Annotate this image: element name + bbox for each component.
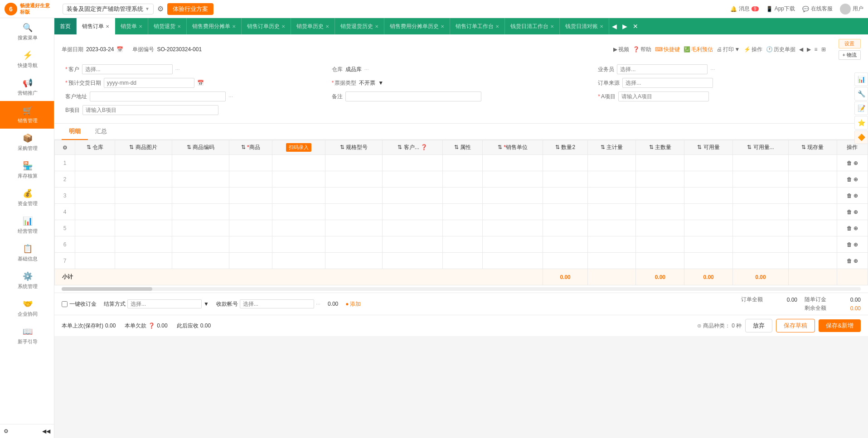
salesperson-input[interactable]: [617, 64, 708, 74]
col-main-unit[interactable]: ⇅ 主计量: [587, 140, 636, 155]
order-num-value[interactable]: SO-20230324-001: [157, 46, 202, 53]
discard-button[interactable]: 放弃: [745, 319, 772, 332]
col-product-code[interactable]: ⇅ 商品编码: [172, 140, 229, 155]
date-picker-icon[interactable]: 📅: [116, 46, 123, 53]
tab-cash-workspace[interactable]: 钱货日清工作台 ✕: [505, 18, 560, 34]
row-3-delete[interactable]: 🗑: [847, 193, 852, 199]
sidebar-collapse-icon[interactable]: ◀◀: [42, 428, 50, 434]
row-7-delete[interactable]: 🗑: [847, 258, 852, 264]
user-item[interactable]: 用户: [840, 4, 863, 14]
tab-refund-history-close[interactable]: ✕: [375, 24, 378, 29]
tab-close-all-btn[interactable]: ✕: [630, 23, 641, 30]
row-4-copy[interactable]: ⊕: [853, 209, 858, 215]
sidebar-item-basic[interactable]: 📋 基础信息: [0, 239, 54, 267]
side-panel-btn-4[interactable]: ⭐: [854, 116, 868, 130]
tab-refund-history[interactable]: 销货退货历史 ✕: [335, 18, 384, 34]
side-panel-btn-2[interactable]: 🔧: [854, 87, 868, 101]
system-title[interactable]: 装备及固定资产辅助管理系统 ▼: [63, 4, 154, 14]
warehouse-more-icon[interactable]: ···: [364, 66, 369, 72]
tab-prev-btn[interactable]: ◀: [609, 23, 620, 30]
save-new-button[interactable]: 保存&新增: [819, 319, 861, 332]
tab-summary[interactable]: 汇总: [88, 124, 114, 140]
receipt-account-input[interactable]: [240, 299, 314, 308]
tab-order-workspace-close[interactable]: ✕: [495, 24, 499, 29]
tab-expense-history[interactable]: 销售费用分摊单历史 ✕: [384, 18, 450, 34]
one-click-checkout-checkbox[interactable]: [62, 301, 68, 307]
view-mode-btn[interactable]: ≡: [815, 46, 818, 53]
tab-sales-order-close[interactable]: ✕: [106, 24, 109, 29]
row-1-delete[interactable]: 🗑: [847, 160, 852, 166]
col-settings[interactable]: ⚙: [55, 140, 75, 155]
sidebar-item-finance[interactable]: 💰 资金管理: [0, 184, 54, 212]
col-spec[interactable]: ⇅ 规格型号: [325, 140, 383, 155]
tab-detail[interactable]: 明细: [62, 124, 88, 140]
prev-record-btn[interactable]: ◀: [799, 46, 803, 53]
tab-cash-reconcile[interactable]: 钱货日清对账 ✕: [560, 18, 609, 34]
save-draft-button[interactable]: 保存草稿: [776, 319, 815, 332]
next-record-btn[interactable]: ▶: [807, 46, 811, 53]
add-btn[interactable]: ● 添加: [345, 300, 360, 308]
tab-return-history[interactable]: 销货单历史 ✕: [291, 18, 335, 34]
row-6-delete[interactable]: 🗑: [847, 241, 852, 248]
receipt-account-more[interactable]: ···: [316, 301, 320, 307]
scan-input-btn[interactable]: 扫码录入: [286, 143, 311, 152]
row-6-copy[interactable]: ⊕: [853, 241, 858, 248]
sidebar-item-enterprise[interactable]: 🤝 企业协同: [0, 294, 54, 322]
tab-order-workspace[interactable]: 销售订单工作台 ✕: [450, 18, 505, 34]
one-click-checkout-label[interactable]: 一键收订金: [62, 300, 97, 308]
customer-input[interactable]: [82, 64, 173, 74]
shortcut-btn[interactable]: ⌨ 快捷键: [655, 46, 680, 53]
sidebar-settings-icon[interactable]: ⚙: [4, 428, 9, 434]
tab-next-btn[interactable]: ▶: [620, 23, 630, 30]
tab-sales-return-close[interactable]: ✕: [139, 24, 142, 29]
remark-input[interactable]: [345, 91, 481, 101]
operation-btn[interactable]: ⚡ 操作: [744, 46, 762, 53]
online-service-item[interactable]: 💬 在线客服: [802, 5, 833, 13]
side-panel-btn-1[interactable]: 📊: [854, 72, 868, 86]
tab-expense-history-close[interactable]: ✕: [441, 24, 444, 29]
col-product[interactable]: ⇅ *商品: [229, 140, 272, 155]
salesperson-more-icon[interactable]: ···: [710, 66, 715, 72]
sidebar-item-search[interactable]: 🔍 搜索菜单: [0, 18, 54, 46]
history-btn[interactable]: 🕐 历史单据: [766, 46, 795, 53]
sidebar-item-guide[interactable]: 📖 新手引导: [0, 322, 54, 350]
delivery-date-input[interactable]: [104, 78, 194, 88]
invoice-type-arrow[interactable]: ▼: [378, 80, 383, 86]
sidebar-item-operations[interactable]: 📊 经营管理: [0, 212, 54, 239]
row-2-delete[interactable]: 🗑: [847, 176, 852, 183]
col-current-qty[interactable]: ⇅ 现存量: [788, 140, 837, 155]
col-attribute[interactable]: ⇅ 属性: [443, 140, 482, 155]
settings-panel-btn[interactable]: 设置: [839, 39, 861, 48]
notification-item[interactable]: 🔔 消息 9: [730, 5, 759, 13]
tab-cash-workspace-close[interactable]: ✕: [550, 24, 554, 29]
a-project-input[interactable]: [618, 91, 709, 101]
tab-expense-split-close[interactable]: ✕: [232, 24, 236, 29]
col-available[interactable]: ⇅ 可用量: [684, 140, 733, 155]
col-warehouse[interactable]: ⇅ 仓库: [75, 140, 115, 155]
add-material-btn[interactable]: + 物流: [839, 50, 861, 60]
sidebar-item-marketing[interactable]: 📢 营销推广: [0, 73, 54, 101]
sidebar-item-sales[interactable]: 🛒 销售管理: [0, 101, 54, 129]
row-2-copy[interactable]: ⊕: [853, 176, 858, 183]
print-btn[interactable]: 🖨 打印 ▼: [717, 46, 740, 53]
tab-sales-order[interactable]: 销售订单 ✕: [77, 18, 115, 34]
row-7-copy[interactable]: ⊕: [853, 258, 858, 264]
sidebar-item-inventory[interactable]: 🏪 库存核算: [0, 156, 54, 184]
row-5-delete[interactable]: 🗑: [847, 225, 852, 231]
video-btn[interactable]: ▶ 视频: [613, 46, 629, 53]
tab-home[interactable]: 首页: [54, 18, 77, 34]
sidebar-item-purchase[interactable]: 📦 采购管理: [0, 129, 54, 156]
profit-btn[interactable]: 💹 毛利预估: [684, 46, 713, 53]
checkout-method-arrow[interactable]: ▼: [204, 301, 209, 307]
col-main-qty[interactable]: ⇅ 主数量: [636, 140, 684, 155]
delivery-date-icon[interactable]: 📅: [197, 80, 204, 86]
checkout-method-input[interactable]: [127, 299, 202, 308]
row-5-copy[interactable]: ⊕: [853, 225, 858, 231]
solution-button[interactable]: 体验行业方案: [167, 3, 213, 15]
h-scrollbar[interactable]: [62, 287, 861, 291]
row-3-copy[interactable]: ⊕: [853, 193, 858, 199]
settings-icon[interactable]: ⚙: [157, 5, 164, 13]
tab-return-history-close[interactable]: ✕: [325, 24, 329, 29]
customer-address-input[interactable]: [90, 91, 226, 101]
col-customer-code[interactable]: ⇅ 客户... ❓: [383, 140, 443, 155]
